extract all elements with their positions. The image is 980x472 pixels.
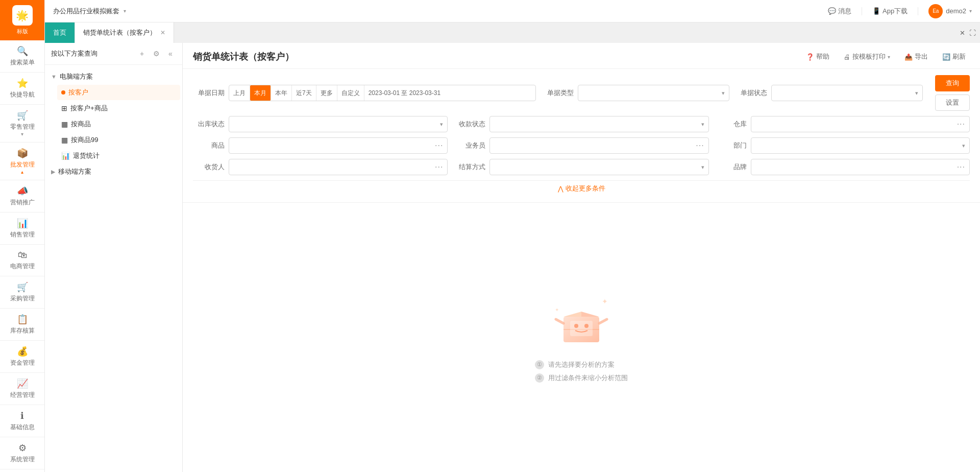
receiver-control[interactable]: ··· — [229, 159, 448, 175]
message-icon: 💬 — [828, 7, 836, 15]
tree-item-by-customer-product-label: 按客户+商品 — [70, 104, 108, 113]
scheme-tree: ▼ 电脑端方案 按客户 ⊞ 按客户+商品 — [45, 65, 182, 183]
scheme-settings-button[interactable]: ⚙ — [151, 48, 162, 59]
date-control[interactable]: 上月 本月 本年 近7天 — [229, 85, 536, 101]
svg-rect-2 — [570, 321, 593, 336]
user-name: demo2 — [946, 7, 966, 15]
sidebar-item-inventory[interactable]: 📋 库存核算 — [0, 309, 44, 341]
scheme-add-button[interactable]: + — [136, 48, 148, 59]
svg-text:✦: ✦ — [602, 297, 608, 305]
payment-method-arrow: ▾ — [701, 164, 704, 171]
sidebar-logo[interactable]: 🌟 标版 — [0, 0, 44, 40]
tree-group-mobile-header[interactable]: ▶ 移动端方案 — [45, 164, 182, 179]
sidebar-item-finance[interactable]: 💰 资金管理 — [0, 341, 44, 373]
tree-item-by-product99[interactable]: ▦ 按商品99 — [57, 132, 180, 148]
payment-method-control[interactable]: ▾ — [489, 159, 708, 175]
tab-sales-stat[interactable]: 销货单统计表（按客户） ✕ — [75, 22, 174, 43]
app-title: 办公用品行业模拟账套 — [53, 7, 119, 16]
table-icon: ▦ — [61, 120, 68, 128]
tree-group-desktop-header[interactable]: ▼ 电脑端方案 — [45, 69, 182, 84]
download-icon: 📱 — [872, 7, 880, 15]
brand-control[interactable]: ··· — [751, 159, 970, 175]
sidebar-item-marketing[interactable]: 📣 营销推广 — [0, 180, 44, 213]
payment-method-label: 结算方式 — [454, 162, 489, 172]
header-dropdown-icon[interactable]: ▾ — [124, 8, 126, 14]
refresh-label: 刷新 — [952, 52, 966, 61]
sidebar-item-search[interactable]: 🔍 搜索菜单 — [0, 40, 44, 73]
filter-item-department: 部门 ▾ — [715, 137, 970, 154]
svg-text:✦: ✦ — [555, 307, 559, 313]
sidebar-label-finance: 资金管理 — [10, 359, 35, 367]
date-tab-this-year[interactable]: 本年 — [271, 85, 292, 101]
tree-item-by-customer-product[interactable]: ⊞ 按客户+商品 — [57, 101, 180, 116]
collapse-more-button[interactable]: ⋀ 收起更多条件 — [193, 180, 970, 196]
print-icon: 🖨 — [844, 53, 850, 61]
logo-icon: 🌟 — [16, 9, 29, 21]
sidebar-item-operation[interactable]: 📈 经营管理 — [0, 373, 44, 405]
print-button[interactable]: 🖨 按模板打印 ▾ — [840, 50, 894, 63]
filter-item-receiver: 收货人 ··· — [193, 159, 448, 175]
wholesale-expand-icon: ▴ — [21, 169, 23, 175]
doc-status-control[interactable]: ▾ — [771, 85, 923, 101]
filter-item-brand: 品牌 ··· — [715, 159, 970, 175]
date-tab-more[interactable]: 更多 — [316, 85, 337, 101]
product-control[interactable]: ··· — [229, 137, 448, 154]
sales-rep-control[interactable]: ··· — [489, 137, 708, 154]
maximize-icon[interactable]: ⛶ — [969, 29, 976, 37]
date-tab-custom[interactable]: 自定义 — [337, 85, 364, 101]
message-button[interactable]: 💬 消息 — [828, 7, 851, 16]
sidebar-item-wholesale[interactable]: 📦 批发管理 ▴ — [0, 143, 44, 180]
department-control[interactable]: ▾ — [751, 137, 970, 154]
user-dropdown-icon: ▾ — [969, 8, 972, 14]
sidebar-item-enterprise[interactable]: 🏢 企业协同 — [0, 469, 44, 472]
logo-image: 🌟 — [12, 5, 33, 26]
date-tab-last-month[interactable]: 上月 — [229, 85, 250, 101]
print-label: 按模板打印 — [852, 52, 886, 61]
filter-item-doc-status: 单据状态 ▾ — [736, 85, 923, 101]
tree-item-by-product[interactable]: ▦ 按商品 — [57, 116, 180, 132]
sidebar-item-basic-info[interactable]: ℹ 基础信息 — [0, 405, 44, 437]
page-inner: 按以下方案查询 + ⚙ « — [45, 43, 980, 472]
collapse-more-label: 收起更多条件 — [566, 184, 605, 193]
export-button[interactable]: 📤 导出 — [900, 50, 932, 63]
tree-item-return-stat[interactable]: 📊 退货统计 — [57, 148, 180, 163]
sidebar-item-sales-mgmt[interactable]: 📊 销售管理 — [0, 213, 44, 245]
payment-status-arrow: ▾ — [701, 121, 704, 128]
sidebar-item-retail[interactable]: 🛒 零售管理 ▾ — [0, 105, 44, 143]
out-status-control[interactable]: ▾ — [229, 116, 448, 132]
sidebar-item-system[interactable]: ⚙ 系统管理 — [0, 437, 44, 469]
sidebar-item-purchase[interactable]: 🛒 采购管理 — [0, 276, 44, 309]
doc-type-control[interactable]: ▾ — [578, 85, 729, 101]
add-scheme-icon: + — [140, 50, 144, 58]
user-profile[interactable]: Ea demo2 ▾ — [928, 4, 972, 18]
date-tab-last7[interactable]: 近7天 — [292, 85, 316, 101]
page-title: 销货单统计表（按客户） — [193, 51, 294, 63]
date-tab-this-month[interactable]: 本月 — [250, 85, 271, 101]
purchase-icon: 🛒 — [17, 281, 28, 293]
receiver-label: 收货人 — [193, 162, 229, 172]
out-status-label: 出库状态 — [193, 120, 229, 129]
payment-status-label: 收款状态 — [454, 120, 489, 129]
refresh-button[interactable]: 🔄 刷新 — [938, 50, 970, 63]
sidebar-item-ecommerce[interactable]: 🛍 电商管理 — [0, 245, 44, 276]
scheme-panel: 按以下方案查询 + ⚙ « — [45, 43, 183, 472]
page-title-actions: ❓ 帮助 🖨 按模板打印 ▾ 📤 导出 🔄 — [802, 50, 970, 63]
tab-home[interactable]: 首页 — [45, 22, 75, 43]
help-button[interactable]: ❓ 帮助 — [802, 50, 834, 63]
close-window-icon[interactable]: ✕ — [960, 29, 965, 37]
tree-item-by-customer[interactable]: 按客户 — [57, 85, 180, 100]
sidebar-label-quick-nav: 快捷导航 — [10, 90, 35, 99]
tab-close-icon[interactable]: ✕ — [160, 29, 165, 36]
settings-button[interactable]: 设置 — [935, 95, 970, 111]
download-button[interactable]: 📱 App下载 — [872, 7, 908, 16]
scheme-collapse-button[interactable]: « — [165, 48, 176, 59]
tree-group-desktop: ▼ 电脑端方案 按客户 ⊞ 按客户+商品 — [45, 69, 182, 163]
sidebar-label-inventory: 库存核算 — [10, 326, 35, 335]
payment-status-control[interactable]: ▾ — [489, 116, 708, 132]
message-label: 消息 — [838, 7, 851, 16]
filter-item-payment-method: 结算方式 ▾ — [454, 159, 708, 175]
warehouse-control[interactable]: ··· — [751, 116, 970, 132]
sidebar-item-quick-nav[interactable]: ⭐ 快捷导航 — [0, 73, 44, 105]
header-left: 办公用品行业模拟账套 ▾ — [53, 7, 126, 16]
query-button[interactable]: 查询 — [935, 75, 970, 91]
